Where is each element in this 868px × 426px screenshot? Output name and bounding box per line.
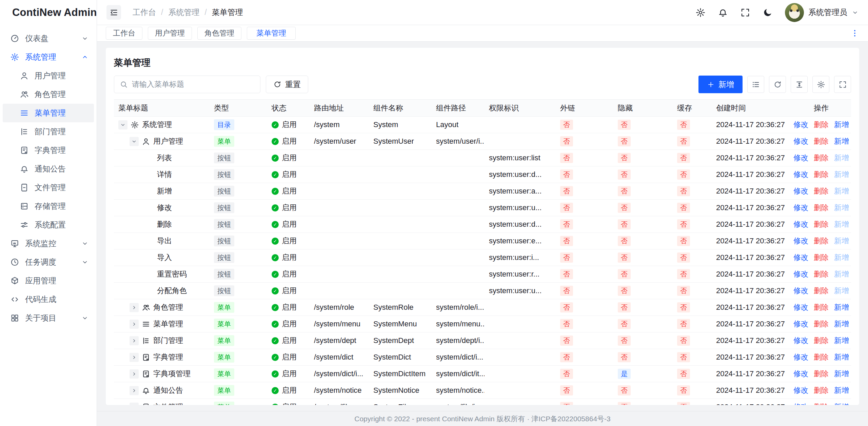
- route-cell: /system/menu: [310, 316, 369, 332]
- row-expand-toggle[interactable]: [130, 386, 139, 395]
- delete-link[interactable]: 删除: [814, 269, 829, 279]
- sidebar-item-dict-management[interactable]: 字典管理: [3, 141, 94, 160]
- user-menu[interactable]: 系统管理员: [785, 3, 859, 22]
- add-link[interactable]: 新增: [834, 302, 849, 312]
- sidebar-item-system-management[interactable]: 系统管理: [3, 48, 94, 66]
- permission-cell: system:user:a...: [485, 183, 556, 200]
- delete-link[interactable]: 删除: [814, 203, 829, 213]
- delete-link[interactable]: 删除: [814, 385, 829, 395]
- sidebar-item-system-monitor[interactable]: 系统监控: [3, 234, 94, 253]
- delete-link[interactable]: 删除: [814, 236, 829, 246]
- modify-link[interactable]: 修改: [793, 369, 808, 379]
- sidebar-item-about-project[interactable]: 关于项目: [3, 309, 94, 327]
- modify-link[interactable]: 修改: [793, 352, 808, 362]
- search-input[interactable]: [132, 80, 255, 89]
- modify-link[interactable]: 修改: [793, 302, 808, 312]
- delete-link[interactable]: 删除: [814, 369, 829, 379]
- modify-link[interactable]: 修改: [793, 385, 808, 395]
- row-height-button[interactable]: [791, 76, 808, 93]
- column-settings-button[interactable]: [812, 76, 829, 93]
- list-view-button[interactable]: [747, 76, 764, 93]
- delete-link[interactable]: 删除: [814, 352, 829, 362]
- delete-link[interactable]: 删除: [814, 169, 829, 180]
- external-badge: 否: [560, 153, 573, 163]
- created-cell: 2024-11-17 20:36:27: [712, 183, 791, 200]
- delete-link[interactable]: 删除: [814, 286, 829, 296]
- modify-link[interactable]: 修改: [793, 203, 808, 213]
- sidebar-item-notice[interactable]: 通知公告: [3, 160, 94, 178]
- sidebar-item-menu-management[interactable]: 菜单管理: [3, 104, 94, 122]
- modify-link[interactable]: 修改: [793, 186, 808, 196]
- refresh-button[interactable]: [769, 76, 786, 93]
- fullscreen-table-button[interactable]: [834, 76, 851, 93]
- row-expand-toggle[interactable]: [130, 369, 139, 379]
- breadcrumb-item-workbench[interactable]: 工作台: [133, 7, 156, 18]
- cache-cell: 否: [673, 216, 712, 233]
- tab-workbench[interactable]: 工作台: [106, 27, 142, 40]
- delete-link[interactable]: 删除: [814, 302, 829, 312]
- notifications-icon[interactable]: [718, 7, 728, 18]
- modify-link[interactable]: 修改: [793, 336, 808, 346]
- modify-link[interactable]: 修改: [793, 120, 808, 130]
- sidebar-item-system-config[interactable]: 系统配置: [3, 216, 94, 234]
- tab-menu-management[interactable]: 菜单管理: [247, 27, 296, 40]
- plus-icon: [707, 81, 715, 88]
- delete-link[interactable]: 删除: [814, 136, 829, 146]
- delete-link[interactable]: 删除: [814, 186, 829, 196]
- row-expand-toggle[interactable]: [130, 353, 139, 362]
- sidebar-item-storage-management[interactable]: 存储管理: [3, 197, 94, 216]
- dark-mode-icon[interactable]: [763, 7, 773, 18]
- modify-link[interactable]: 修改: [793, 269, 808, 279]
- code-icon: [10, 295, 19, 304]
- add-link[interactable]: 新增: [834, 369, 849, 379]
- modify-link[interactable]: 修改: [793, 252, 808, 263]
- add-button[interactable]: 新增: [698, 76, 743, 93]
- delete-link[interactable]: 删除: [814, 402, 829, 405]
- delete-link[interactable]: 删除: [814, 219, 829, 229]
- add-link[interactable]: 新增: [834, 336, 849, 346]
- sidebar-item-role-management[interactable]: 角色管理: [3, 85, 94, 104]
- sidebar-collapse-button[interactable]: [106, 5, 121, 20]
- modify-link[interactable]: 修改: [793, 402, 808, 405]
- modify-link[interactable]: 修改: [793, 219, 808, 229]
- tab-role-management[interactable]: 角色管理: [197, 27, 241, 40]
- add-link[interactable]: 新增: [834, 120, 849, 130]
- add-link[interactable]: 新增: [834, 136, 849, 146]
- breadcrumb-item-system[interactable]: 系统管理: [168, 7, 199, 18]
- row-expand-toggle[interactable]: [130, 303, 139, 312]
- row-expand-toggle[interactable]: [118, 120, 127, 129]
- tabs-more-button[interactable]: [850, 29, 859, 38]
- sidebar-item-file-management[interactable]: 文件管理: [3, 178, 94, 197]
- row-expand-toggle[interactable]: [130, 137, 139, 146]
- sidebar-item-user-management[interactable]: 用户管理: [3, 66, 94, 85]
- row-expand-toggle[interactable]: [130, 320, 139, 329]
- add-link[interactable]: 新增: [834, 402, 849, 405]
- sidebar-item-task-schedule[interactable]: 任务调度: [3, 253, 94, 271]
- delete-link[interactable]: 删除: [814, 120, 829, 130]
- tab-user-management[interactable]: 用户管理: [148, 27, 192, 40]
- add-link[interactable]: 新增: [834, 385, 849, 395]
- add-link[interactable]: 新增: [834, 319, 849, 329]
- sidebar-item-dept-management[interactable]: 部门管理: [3, 122, 94, 141]
- modify-link[interactable]: 修改: [793, 136, 808, 146]
- app-logo[interactable]: ContiNew Admin: [0, 0, 97, 25]
- reset-button[interactable]: 重置: [266, 76, 308, 93]
- delete-link[interactable]: 删除: [814, 336, 829, 346]
- delete-link[interactable]: 删除: [814, 252, 829, 263]
- modify-link[interactable]: 修改: [793, 319, 808, 329]
- delete-link[interactable]: 删除: [814, 153, 829, 163]
- add-link[interactable]: 新增: [834, 352, 849, 362]
- fullscreen-icon[interactable]: [740, 7, 750, 18]
- sidebar-item-code-generation[interactable]: 代码生成: [3, 290, 94, 309]
- component-name-cell: [369, 266, 432, 283]
- delete-link[interactable]: 删除: [814, 319, 829, 329]
- sidebar-item-app-management[interactable]: 应用管理: [3, 271, 94, 290]
- modify-link[interactable]: 修改: [793, 169, 808, 180]
- row-expand-toggle[interactable]: [130, 403, 139, 405]
- modify-link[interactable]: 修改: [793, 236, 808, 246]
- modify-link[interactable]: 修改: [793, 286, 808, 296]
- settings-icon[interactable]: [695, 7, 706, 18]
- row-expand-toggle[interactable]: [130, 336, 139, 345]
- sidebar-item-dashboard[interactable]: 仪表盘: [3, 29, 94, 48]
- modify-link[interactable]: 修改: [793, 153, 808, 163]
